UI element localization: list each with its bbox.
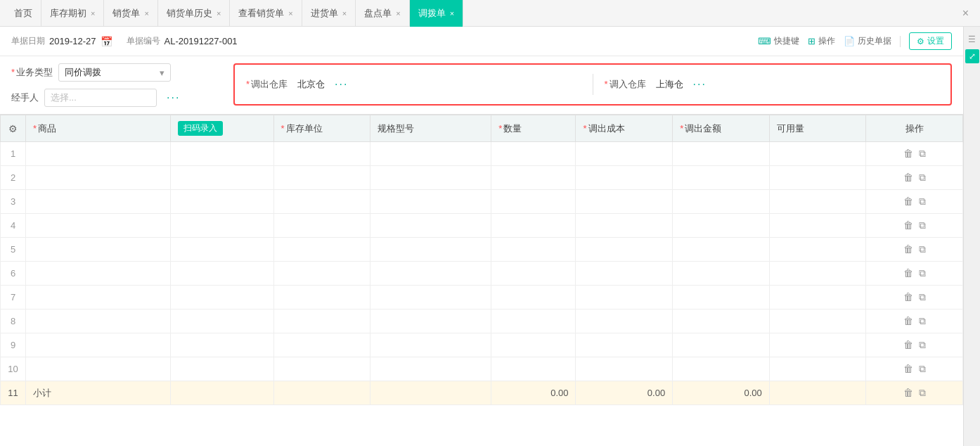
transfer-in-more-button[interactable]: ··· (693, 78, 707, 91)
scan-button[interactable]: 扫码录入 (178, 121, 223, 136)
subtotal-op: 🗑 ⧉ (866, 381, 963, 405)
row-qty (491, 286, 576, 310)
copy-icon[interactable]: ⧉ (919, 243, 926, 255)
row-product[interactable] (26, 333, 171, 357)
business-type-select[interactable]: 同价调拨 ▾ (58, 63, 171, 82)
tab-bar: 首页 库存期初 × 销货单 × 销货单历史 × 查看销货单 × 进货单 × 盘点… (0, 0, 980, 27)
row-spec (370, 238, 491, 262)
tab-stock-count-label: 盘点单 (364, 7, 392, 20)
row-cost (576, 262, 673, 286)
tab-view-sales[interactable]: 查看销货单 × (230, 0, 302, 27)
delete-icon[interactable]: 🗑 (903, 315, 913, 326)
copy-icon[interactable]: ⧉ (919, 363, 926, 375)
row-product[interactable] (26, 286, 171, 310)
row-product[interactable] (26, 238, 171, 262)
row-amount (673, 166, 770, 190)
tab-stock-count-close[interactable]: × (396, 9, 400, 18)
row-product[interactable] (26, 310, 171, 333)
tab-stock-count[interactable]: 盘点单 × (356, 0, 409, 27)
row-product[interactable] (26, 142, 171, 166)
table-row: 11 小计 0.00 0.00 0.00 🗑 ⧉ (1, 381, 963, 405)
row-product[interactable] (26, 214, 171, 238)
tab-sales-history[interactable]: 销货单历史 × (158, 0, 230, 27)
delete-icon[interactable]: 🗑 (903, 219, 913, 231)
col-header-cost: *调出成本 (576, 115, 673, 142)
row-avail (769, 286, 866, 310)
row-avail (769, 190, 866, 214)
sidebar-expand-icon[interactable]: ⤢ (965, 49, 979, 63)
transfer-out-label: *调出仓库 (246, 78, 288, 91)
copy-icon[interactable]: ⧉ (919, 291, 926, 303)
delete-icon[interactable]: 🗑 (903, 243, 913, 255)
delete-icon[interactable]: 🗑 (903, 339, 913, 350)
copy-icon[interactable]: ⧉ (919, 267, 926, 279)
delete-icon[interactable]: 🗑 (903, 363, 913, 374)
transfer-out-value: 北京仓 (297, 78, 325, 91)
tab-sales-order[interactable]: 销货单 × (104, 0, 157, 27)
col-header-unit: *库存单位 (273, 115, 370, 142)
delete-icon[interactable]: 🗑 (903, 196, 913, 207)
window-close-button[interactable]: × (957, 7, 974, 20)
tab-purchase-order[interactable]: 进货单 × (302, 0, 356, 27)
calendar-icon[interactable]: 📅 (101, 36, 112, 47)
history-label: 历史单据 (858, 35, 891, 47)
handler-more-button[interactable]: ··· (167, 91, 180, 104)
tab-sales-order-close[interactable]: × (144, 9, 148, 18)
chevron-down-icon: ▾ (160, 68, 165, 78)
tab-view-sales-close[interactable]: × (288, 9, 292, 18)
col-header-amount: *调出金额 (673, 115, 770, 142)
copy-icon[interactable]: ⧉ (919, 315, 926, 327)
handler-select[interactable]: 选择... (44, 89, 157, 107)
row-avail (769, 238, 866, 262)
shortcut-action[interactable]: ⌨ 快捷键 (758, 35, 799, 47)
history-action[interactable]: 📄 历史单据 (844, 35, 891, 47)
row-product[interactable] (26, 262, 171, 286)
row-scan (171, 190, 273, 214)
delete-icon[interactable]: 🗑 (903, 172, 913, 183)
delete-icon[interactable]: 🗑 (903, 387, 913, 398)
copy-icon[interactable]: ⧉ (919, 148, 926, 160)
row-amount (673, 238, 770, 262)
subtotal-avail (769, 381, 866, 405)
tab-sales-history-close[interactable]: × (217, 9, 221, 18)
sidebar-list-icon[interactable]: ☰ (965, 32, 979, 46)
subtotal-product: 小计 (26, 381, 171, 405)
tab-inventory-init-label: 库存期初 (50, 7, 86, 20)
table-row: 7 🗑 ⧉ (1, 286, 963, 310)
business-type-field: *业务类型 同价调拨 ▾ (11, 63, 222, 82)
delete-icon[interactable]: 🗑 (903, 148, 913, 159)
transfer-out-more-button[interactable]: ··· (335, 78, 348, 91)
row-avail (769, 214, 866, 238)
delete-icon[interactable]: 🗑 (903, 267, 913, 279)
row-product[interactable] (26, 357, 171, 381)
delete-icon[interactable]: 🗑 (903, 291, 913, 302)
tab-purchase-order-label: 进货单 (311, 7, 338, 20)
row-spec (370, 310, 491, 333)
operations-action[interactable]: ⊞ 操作 (808, 35, 835, 47)
data-table: ⚙ *商品 扫码录入 *库存单位 规格型号 *数量 (0, 115, 963, 405)
tab-transfer-order[interactable]: 调拨单 × (410, 0, 463, 27)
tab-purchase-order-close[interactable]: × (342, 9, 347, 18)
tab-transfer-order-close[interactable]: × (450, 9, 454, 18)
row-product[interactable] (26, 166, 171, 190)
tab-home[interactable]: 首页 (6, 0, 41, 27)
doc-date-value: 2019-12-27 (49, 36, 96, 46)
warehouse-highlight-box: *调出仓库 北京仓 ··· *调入仓库 上海仓 ··· (233, 63, 952, 106)
handler-label: 经手人 (11, 91, 39, 104)
tab-inventory-init-close[interactable]: × (91, 9, 95, 18)
copy-icon[interactable]: ⧉ (919, 196, 926, 208)
copy-icon[interactable]: ⧉ (919, 387, 926, 399)
copy-icon[interactable]: ⧉ (919, 339, 926, 351)
transfer-in-value: 上海仓 (656, 78, 683, 91)
settings-button[interactable]: ⚙ 设置 (909, 32, 952, 50)
row-product[interactable] (26, 190, 171, 214)
row-num: 4 (1, 214, 26, 238)
row-amount (673, 142, 770, 166)
row-op: 🗑 ⧉ (866, 238, 963, 262)
col-header-settings[interactable]: ⚙ (1, 115, 26, 142)
tab-inventory-init[interactable]: 库存期初 × (41, 0, 104, 27)
row-scan (171, 286, 273, 310)
row-qty (491, 166, 576, 190)
copy-icon[interactable]: ⧉ (919, 219, 926, 231)
copy-icon[interactable]: ⧉ (919, 172, 926, 184)
